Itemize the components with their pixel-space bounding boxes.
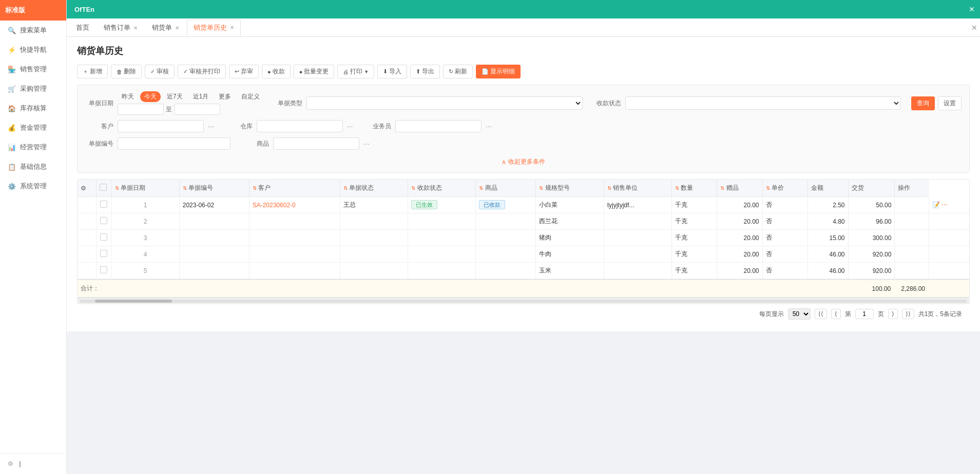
refresh-button[interactable]: ↻ 刷新 <box>443 65 473 78</box>
audit-button[interactable]: ✓ 审核 <box>145 65 175 78</box>
goods-input[interactable] <box>273 137 359 150</box>
collapse-btn[interactable]: ∧ 收起更多条件 <box>85 155 962 166</box>
settings-filter-button[interactable]: 设置 <box>938 96 962 110</box>
col-docno-header[interactable]: ⇅ 单据编号 <box>179 180 249 197</box>
doc-type-select[interactable] <box>306 96 582 110</box>
col-gift-header[interactable]: ⇅ 赠品 <box>717 180 762 197</box>
tab-sales-order[interactable]: 销售订单 ✕ <box>97 19 144 36</box>
action-edit-0[interactable]: 📝 <box>932 201 940 208</box>
sidebar-item-system[interactable]: ⚙️ 系统管理 <box>0 176 66 196</box>
date-from-input[interactable]: 2023-06-02 <box>118 104 164 115</box>
col-price-header[interactable]: ⇅ 单价 <box>762 180 808 197</box>
collect-button[interactable]: ● 收款 <box>262 65 291 78</box>
row-customer-2 <box>340 230 408 246</box>
tabbar-close-all[interactable]: ✕ <box>971 24 977 32</box>
page-input[interactable] <box>855 309 874 319</box>
abandon-button[interactable]: ↩ 弃审 <box>229 65 259 78</box>
row-select-2[interactable] <box>100 233 107 241</box>
sidebar-item-sales[interactable]: 🏪 销售管理 <box>0 60 66 79</box>
warehouse-input[interactable] <box>257 120 343 132</box>
col-spec-header[interactable]: ⇅ 规格型号 <box>536 180 604 197</box>
agent-more-icon[interactable]: ··· <box>486 122 492 130</box>
row-docno-1[interactable] <box>249 213 340 230</box>
tab-home[interactable]: 首页 <box>69 19 96 36</box>
date-tag-more[interactable]: 更多 <box>215 91 235 102</box>
export-button[interactable]: ⬆ 导出 <box>410 65 440 78</box>
sidebar-item-base[interactable]: 📋 基础信息 <box>0 157 66 176</box>
col-customer-header[interactable]: ⇅ 客户 <box>249 180 340 197</box>
per-page-label: 每页显示 <box>759 310 784 319</box>
prev-page-btn[interactable]: ⟨ <box>831 309 841 319</box>
col-docstatus-header[interactable]: ⇅ 单据状态 <box>340 180 408 197</box>
row-no-4: 5 <box>111 263 179 279</box>
row-docno-0[interactable]: SA-20230602-0 <box>249 197 340 213</box>
date-tag-today[interactable]: 今天 <box>140 91 161 102</box>
col-goods-header[interactable]: ⇅ 商品 <box>476 180 536 197</box>
sidebar-collapse-icon[interactable]: ‖ <box>18 460 22 467</box>
col-settings[interactable]: ⚙ <box>78 180 96 197</box>
tab-sales-goods[interactable]: 销货单 ✕ <box>145 19 186 36</box>
scrollbar-thumb[interactable] <box>95 300 172 303</box>
sidebar-settings-icon[interactable]: ⚙ <box>8 460 13 467</box>
row-qty-4: 20.00 <box>717 263 762 279</box>
batch-change-button[interactable]: ● 批量变更 <box>294 65 335 78</box>
goods-more-icon[interactable]: ··· <box>363 140 370 148</box>
row-docno-3[interactable] <box>249 246 340 263</box>
row-checkbox-3[interactable] <box>96 246 111 263</box>
row-checkbox-0[interactable] <box>96 197 111 213</box>
action-more-0[interactable]: ⋯ <box>941 201 948 208</box>
last-page-btn[interactable]: ⟩⟩ <box>902 309 914 319</box>
row-select-4[interactable] <box>100 266 107 273</box>
delete-button[interactable]: 🗑 删除 <box>111 65 142 78</box>
date-tag-7days[interactable]: 近7天 <box>163 91 187 102</box>
row-checkbox-4[interactable] <box>96 263 111 279</box>
tab-close-sales-order[interactable]: ✕ <box>133 25 138 31</box>
print-button[interactable]: 🖨 打印 ▼ <box>337 65 374 78</box>
tab-close-sales-history[interactable]: ✕ <box>230 25 234 30</box>
col-checkbox-header[interactable] <box>96 180 111 197</box>
next-page-btn[interactable]: ⟩ <box>888 309 898 319</box>
table-row: 1 2023-06-02 SA-20230602-0 王总 已生效 已收款 小白… <box>78 197 969 213</box>
row-select-1[interactable] <box>100 217 107 224</box>
sidebar-item-quicknav[interactable]: ⚡ 快捷导航 <box>0 40 66 60</box>
per-page-select[interactable]: 50 <box>788 308 811 320</box>
date-to-input[interactable]: 2023-06-02 <box>174 104 220 115</box>
row-checkbox-1[interactable] <box>96 213 111 230</box>
select-all-checkbox[interactable] <box>100 184 107 191</box>
col-unit-header[interactable]: ⇅ 销售单位 <box>604 180 671 197</box>
docno-input[interactable] <box>118 137 230 150</box>
col-date-header[interactable]: ⇅ 单据日期 <box>111 180 179 197</box>
first-page-btn[interactable]: ⟨⟨ <box>815 309 827 319</box>
date-tag-yesterday[interactable]: 昨天 <box>118 91 138 102</box>
date-tag-custom[interactable]: 自定义 <box>237 91 264 102</box>
row-checkbox-2[interactable] <box>96 230 111 246</box>
sidebar-item-inventory[interactable]: 🏠 库存核算 <box>0 98 66 118</box>
row-select-0[interactable] <box>100 201 107 208</box>
audit-print-button[interactable]: ✓ 审核并打印 <box>178 65 226 78</box>
tab-sales-history[interactable]: 销货单历史 ✕ <box>187 19 241 36</box>
header-close-btn[interactable]: ✕ <box>969 5 975 13</box>
col-paystatus-header[interactable]: ⇅ 收款状态 <box>408 180 476 197</box>
add-button[interactable]: ＋ 新增 <box>77 65 108 78</box>
row-docno-2[interactable] <box>249 230 340 246</box>
show-detail-button[interactable]: 📄 显示明细 <box>476 65 521 78</box>
sidebar-item-search[interactable]: 🔍 搜索菜单 <box>0 21 66 40</box>
row-trade-3 <box>895 246 929 263</box>
date-tag-1month[interactable]: 近1月 <box>189 91 213 102</box>
col-qty-header[interactable]: ⇅ 数量 <box>671 180 717 197</box>
row-select-3[interactable] <box>100 250 107 257</box>
sidebar-item-finance[interactable]: 💰 资金管理 <box>0 118 66 137</box>
agent-input[interactable] <box>395 120 482 132</box>
import-button[interactable]: ⬇ 导入 <box>377 65 407 78</box>
customer-more-icon[interactable]: ··· <box>208 122 214 130</box>
horizontal-scrollbar[interactable] <box>77 298 970 304</box>
customer-input[interactable] <box>118 120 204 132</box>
row-docno-4[interactable] <box>249 263 340 279</box>
sidebar-item-purchase[interactable]: 🛒 采购管理 <box>0 79 66 98</box>
content-area: 销货单历史 ＋ 新增 🗑 删除 ✓ 审核 ✓ 审核并打印 <box>67 37 980 474</box>
tab-close-sales-goods[interactable]: ✕ <box>175 25 179 31</box>
search-button[interactable]: 查询 <box>911 96 935 110</box>
pay-status-select[interactable] <box>625 96 901 110</box>
warehouse-more-icon[interactable]: ··· <box>347 122 353 130</box>
sidebar-item-operations[interactable]: 📊 经营管理 <box>0 137 66 157</box>
